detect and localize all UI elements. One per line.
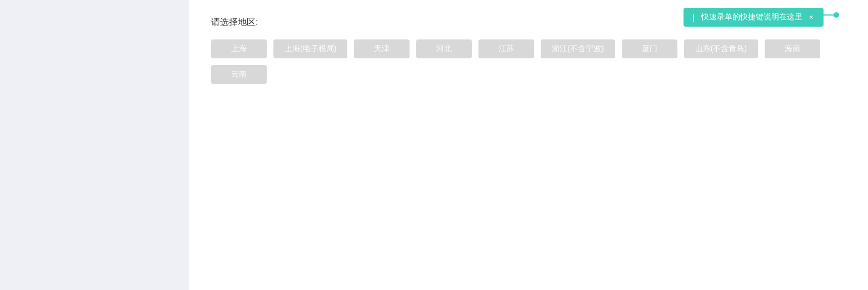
- region-button-hebei[interactable]: 河北: [416, 39, 472, 58]
- main-content: 请选择地区: 上海上海(电子税局)天津河北江苏浙江(不含宁波)厦门山东(不含青岛…: [189, 0, 868, 290]
- tooltip-close-button[interactable]: ×: [808, 13, 815, 22]
- tooltip-dot: [834, 12, 839, 18]
- tooltip-text: 快速录单的快捷键说明在这里: [701, 12, 802, 22]
- region-button-jiangsu[interactable]: 江苏: [478, 39, 534, 58]
- tooltip-banner: 快速录单的快捷键说明在这里 ×: [684, 8, 824, 27]
- region-button-yunnan[interactable]: 云南: [211, 65, 267, 84]
- region-button-shanghai[interactable]: 上海: [211, 39, 267, 58]
- region-button-tianjin[interactable]: 天津: [354, 39, 410, 58]
- region-button-shanghai-etax[interactable]: 上海(电子税局): [273, 39, 347, 58]
- left-sidebar: [0, 0, 189, 290]
- region-button-zhejiang[interactable]: 浙江(不含宁波): [541, 39, 615, 58]
- region-buttons: 上海上海(电子税局)天津河北江苏浙江(不含宁波)厦门山东(不含青岛)海南云南: [211, 39, 846, 84]
- region-button-hainan[interactable]: 海南: [765, 39, 820, 58]
- region-button-xiamen[interactable]: 厦门: [622, 39, 677, 58]
- region-button-shandong[interactable]: 山东(不含青岛): [684, 39, 758, 58]
